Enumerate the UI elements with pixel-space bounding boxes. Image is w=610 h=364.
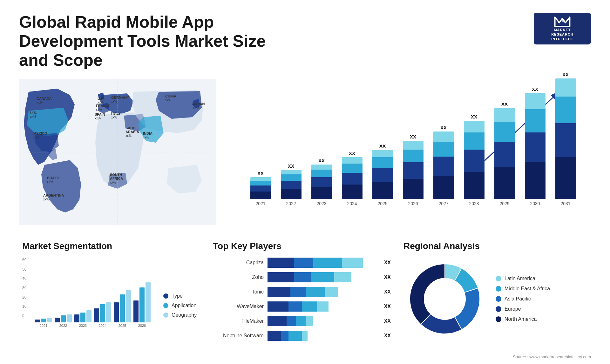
seg-bar-group-2021: 2021 [35,318,52,328]
bar-segment [433,157,454,176]
regional-legend-item: Middle East & Africa [496,286,550,292]
regional-dot [496,316,501,322]
seg-bar-group-2025: 2025 [114,290,131,327]
player-bar-segment [334,272,351,282]
seg-bars-inner-2025 [114,290,131,322]
map-svg [19,79,216,225]
bar-year-2028: 2028 [469,201,479,206]
legend-label: Application [172,303,196,308]
bar-year-2031: 2031 [560,201,570,206]
bar-segment [372,182,393,199]
bottom-grid: Market Segmentation 6050403020100 202120… [19,238,591,344]
player-xx-label: XX [384,274,391,280]
seg-bar [133,300,139,323]
bar-segment [342,173,363,185]
bar-segment [464,121,485,132]
regional-section: Regional Analysis Latin AmericaMiddle Ea… [400,238,591,344]
bar-stack-2026 [403,141,424,199]
bar-year-2021: 2021 [255,201,265,206]
seg-y-labels: 6050403020100 [22,258,26,318]
player-bar-segment [313,258,342,268]
bar-group-2025: XX2025 [370,143,395,206]
bar-group-2024: XX2024 [339,151,365,206]
bar-year-2029: 2029 [499,201,509,206]
seg-x-label-2025: 2025 [119,324,126,327]
player-bar-segment [302,331,308,341]
bar-segment [494,108,515,122]
player-name: WaveMaker [213,304,264,309]
bar-segment [494,142,515,167]
seg-bar [139,287,145,323]
player-name: FileMaker [213,318,264,324]
regional-title: Regional Analysis [403,241,588,251]
bar-group-2023: XX2023 [309,158,334,206]
bar-top-label-2029: XX [501,101,508,107]
bar-stack-2031 [555,78,576,199]
bar-group-2026: XX2026 [400,134,426,206]
regional-legend-item: North America [496,316,550,322]
player-row-neptune-software: Neptune SoftwareXX [213,331,391,341]
bar-segment [494,167,515,199]
seg-bar [126,290,131,322]
bar-segment [403,162,424,179]
player-xx-label: XX [384,260,391,266]
bar-group-2021: XX2021 [248,171,273,206]
seg-bar [61,315,66,322]
seg-bar [100,304,105,322]
bar-segment [525,109,546,132]
seg-x-label-2022: 2022 [59,324,67,327]
player-name: Neptune Software [213,333,264,339]
bar-segment [372,168,393,182]
player-name: Ionic [213,289,264,295]
player-bar-segment [281,331,288,341]
bar-year-2024: 2024 [347,201,357,206]
player-xx-label: XX [384,304,391,309]
regional-label: Europe [505,306,521,312]
bar-top-label-2027: XX [440,125,447,130]
bar-stack-2021 [250,177,271,199]
regional-legend-item: Latin America [496,276,550,281]
bar-group-2027: XX2027 [431,125,456,206]
seg-bar [120,294,125,323]
top-content: CANADAxx% U.S.xx% MEXICOxx% BRAZILxx% AR… [19,79,591,235]
seg-bar [146,282,151,323]
bar-segment [311,177,332,187]
bar-stack-2030 [525,93,546,199]
seg-bar-group-2026: 2026 [133,282,151,328]
legend-dot [163,303,168,308]
player-bar-container [268,258,378,268]
player-bar-container [268,287,378,297]
seg-bar [74,314,79,322]
logo-box: MARKET RESEARCH INTELLECT [534,13,591,44]
player-bar-segment [296,316,306,326]
regional-dot [496,296,501,302]
seg-legend-item: Type [163,293,197,299]
bar-top-label-2023: XX [318,158,325,163]
bar-year-2026: 2026 [408,201,418,206]
seg-x-label-2026: 2026 [138,324,146,327]
legend-label: Geography [172,312,197,318]
donut-container [403,258,486,340]
legend-label: Type [172,293,183,299]
bar-group-2022: XX2022 [278,163,304,206]
seg-bars-inner-2021 [35,318,52,323]
growth-bars-container: XX2021XX2022XX2023XX2024XX2025XX2026XX20… [248,92,578,206]
bar-segment [403,150,424,163]
bar-segment [250,181,271,185]
bar-segment [433,142,454,157]
player-bar-segment [294,272,311,282]
seg-bar [35,320,40,323]
bar-top-label-2028: XX [471,114,477,119]
seg-title: Market Segmentation [22,241,200,251]
player-row-filemaker: FileMakerXX [213,316,391,326]
bar-segment [403,179,424,199]
regional-legend-item: Asia Pacific [496,296,550,302]
player-bar-segment [311,272,334,282]
player-bar-segment [268,287,290,297]
bar-segment [281,170,302,174]
player-bar-segment [268,272,294,282]
segmentation-section: Market Segmentation 6050403020100 202120… [19,238,203,344]
seg-bar [67,314,72,322]
player-row-wavemaker: WaveMakerXX [213,301,391,312]
seg-legend-item: Application [163,303,197,308]
